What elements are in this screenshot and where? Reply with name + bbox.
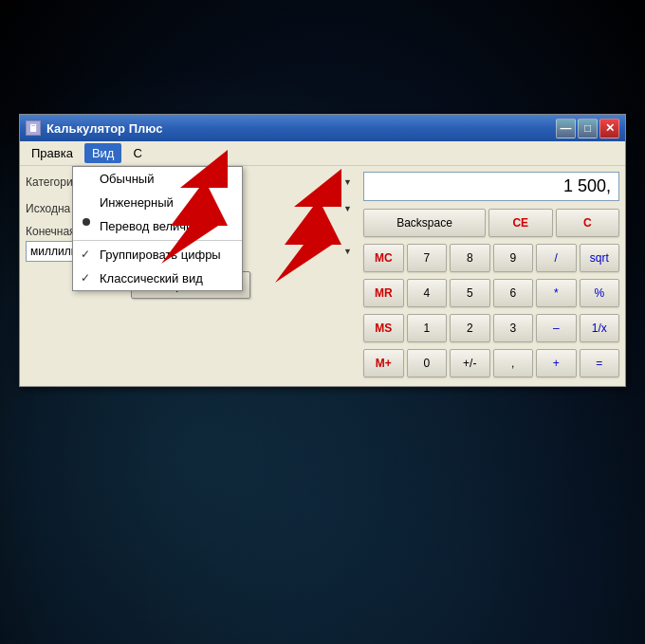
close-button[interactable]: ✕: [599, 119, 619, 138]
num4-button[interactable]: 4: [407, 279, 448, 307]
plusminus-button[interactable]: +/-: [450, 349, 490, 377]
check-icon-classic: ✓: [81, 271, 90, 285]
num1-button[interactable]: 1: [407, 314, 448, 342]
app-icon: 🖩: [26, 120, 41, 136]
minus-button[interactable]: –: [536, 314, 577, 342]
source-label: Исходна: [26, 202, 70, 215]
calc-row-0: BackspaceCEC: [363, 209, 619, 237]
num0-button[interactable]: 0: [407, 349, 448, 377]
num5-button[interactable]: 5: [450, 279, 490, 307]
num6-button[interactable]: 6: [493, 279, 534, 307]
calc-row-3: MS123–1/x: [363, 314, 619, 342]
menubar: Правка Вид С Обычный Инженерный Перевод …: [20, 141, 625, 166]
mplus-button[interactable]: M+: [363, 349, 404, 377]
titlebar: 🖩 Калькулятор Плюс — □ ✕: [20, 115, 625, 141]
dropdown-classic[interactable]: ✓ Классический вид: [73, 267, 242, 290]
c-button[interactable]: C: [556, 209, 620, 237]
minimize-button[interactable]: —: [556, 119, 576, 138]
menu-s[interactable]: С: [125, 143, 149, 163]
sqrt-button[interactable]: sqrt: [580, 244, 620, 272]
mr-button[interactable]: MR: [363, 279, 404, 307]
calculator-panel: 1 500, BackspaceCECMC789/sqrtMR456*%MS12…: [363, 172, 619, 380]
category-label: Категория: [26, 175, 79, 189]
menu-vid[interactable]: Вид: [84, 143, 122, 163]
menu-pravka[interactable]: Правка: [24, 143, 81, 163]
mul-button[interactable]: *: [536, 279, 577, 307]
check-icon-group: ✓: [81, 248, 90, 261]
backspace-button[interactable]: Backspace: [363, 209, 486, 237]
comma-button[interactable]: ,: [493, 349, 534, 377]
bullet-icon: [83, 218, 90, 226]
num9-button[interactable]: 9: [493, 244, 534, 272]
dropdown-obychny[interactable]: Обычный: [73, 167, 242, 191]
num7-button[interactable]: 7: [407, 244, 448, 272]
plus-button[interactable]: +: [536, 349, 577, 377]
num3-button[interactable]: 3: [493, 314, 534, 342]
mc-button[interactable]: MC: [363, 244, 404, 272]
dropdown-group[interactable]: ✓ Группировать цифры: [73, 243, 242, 267]
calc-display: 1 500,: [363, 172, 619, 201]
maximize-button[interactable]: □: [578, 119, 598, 138]
percent-button[interactable]: %: [580, 279, 620, 307]
titlebar-controls: — □ ✕: [556, 119, 619, 138]
ms-button[interactable]: MS: [363, 314, 404, 342]
div-button[interactable]: /: [536, 244, 577, 272]
calculator-window: 🖩 Калькулятор Плюс — □ ✕ Правка Вид С Об…: [19, 114, 626, 387]
window-title: Калькулятор Плюс: [46, 121, 162, 136]
calc-row-4: M+0+/-,+=: [363, 349, 619, 377]
equals-button[interactable]: =: [580, 349, 620, 377]
calc-row-1: MC789/sqrt: [363, 244, 619, 272]
num2-button[interactable]: 2: [450, 314, 490, 342]
dropdown-inzhenerny[interactable]: Инженерный: [73, 191, 242, 214]
calc-row-2: MR456*%: [363, 279, 619, 307]
titlebar-left: 🖩 Калькулятор Плюс: [26, 120, 162, 136]
dropdown-separator: [73, 240, 242, 241]
vid-dropdown: Обычный Инженерный Перевод величин ✓ Гру…: [72, 166, 243, 291]
ce-button[interactable]: CE: [488, 209, 553, 237]
num8-button[interactable]: 8: [450, 244, 490, 272]
dropdown-perevod[interactable]: Перевод величин: [73, 214, 242, 238]
onex-button[interactable]: 1/x: [580, 314, 620, 342]
